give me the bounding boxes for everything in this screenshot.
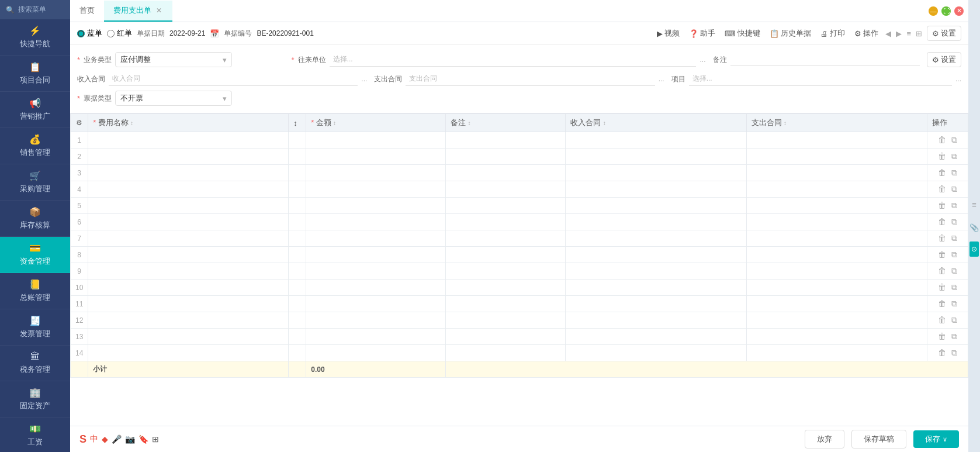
cell-amount-8[interactable] (306, 247, 446, 263)
copy-icon-7[interactable]: ⧉ (950, 233, 959, 243)
cell-income-contract-5[interactable] (566, 198, 746, 214)
save-button[interactable]: 保存 ∨ (913, 430, 959, 448)
copy-icon-9[interactable]: ⧉ (950, 266, 959, 275)
cell-expense-contract-2[interactable] (746, 149, 927, 165)
grid-icon[interactable]: ⊞ (152, 434, 159, 444)
sidebar-item-inventory[interactable]: 📦 库存核算 (0, 201, 70, 237)
business-type-select[interactable]: 应付调整 ▾ (115, 52, 232, 67)
mic-icon[interactable]: 🎤 (112, 434, 122, 444)
cell-expense-contract-6[interactable] (746, 214, 927, 230)
tab-expense[interactable]: 费用支出单 ✕ (104, 1, 172, 22)
cell-note-12[interactable] (446, 312, 566, 329)
delete-icon-6[interactable]: 🗑 (936, 217, 948, 226)
delete-icon-3[interactable]: 🗑 (936, 168, 948, 177)
cell-expense-name-7[interactable] (88, 230, 289, 247)
project-dots[interactable]: ... (955, 75, 961, 83)
toolbar-help[interactable]: ❓ 助手 (687, 27, 718, 40)
cell-amount-11[interactable] (306, 296, 446, 312)
copy-icon-6[interactable]: ⧉ (950, 217, 959, 226)
cell-expense-contract-4[interactable] (746, 181, 927, 198)
bookmark-icon[interactable]: 🔖 (138, 434, 148, 444)
delete-icon-8[interactable]: 🗑 (936, 250, 948, 259)
sidebar-item-payroll[interactable]: 💵 工资 (0, 418, 70, 452)
calendar-icon[interactable]: 📅 (210, 29, 219, 38)
sidebar-item-purchase[interactable]: 🛒 采购管理 (0, 164, 70, 201)
cell-note-3[interactable] (446, 165, 566, 181)
col-sort[interactable]: ↕ (289, 114, 306, 132)
sort-icon-1[interactable]: ↕ (130, 120, 133, 126)
cell-expense-contract-10[interactable] (746, 280, 927, 296)
delete-icon-7[interactable]: 🗑 (936, 233, 948, 243)
cell-expense-contract-3[interactable] (746, 165, 927, 181)
counterparty-dots[interactable]: ... (699, 56, 705, 64)
sidebar-item-sales[interactable]: 💰 销售管理 (0, 128, 70, 164)
cell-expense-name-12[interactable] (88, 312, 289, 329)
cell-amount-7[interactable] (306, 230, 446, 247)
cell-income-contract-12[interactable] (566, 312, 746, 329)
copy-icon-14[interactable]: ⧉ (950, 348, 959, 357)
cell-amount-2[interactable] (306, 149, 446, 165)
sidebar-item-project-contract[interactable]: 📋 项目合同 (0, 56, 70, 92)
sort-icon-3[interactable]: ↕ (468, 120, 470, 126)
save-draft-button[interactable]: 保存草稿 (851, 430, 906, 448)
cell-note-5[interactable] (446, 198, 566, 214)
expense-contract-input[interactable]: 支出合同 (406, 72, 655, 86)
expense-contract-dots[interactable]: ... (659, 75, 664, 83)
cell-income-contract-7[interactable] (566, 230, 746, 247)
cell-note-10[interactable] (446, 280, 566, 296)
cell-expense-contract-13[interactable] (746, 329, 927, 345)
cell-note-9[interactable] (446, 263, 566, 280)
s-icon[interactable]: S (79, 433, 86, 446)
sidebar-item-ledger[interactable]: 📒 总账管理 (0, 273, 70, 309)
minimize-button[interactable]: — (929, 6, 938, 16)
cell-expense-name-4[interactable] (88, 181, 289, 198)
copy-icon-13[interactable]: ⧉ (950, 332, 959, 341)
cell-expense-contract-9[interactable] (746, 263, 927, 280)
cell-expense-name-3[interactable] (88, 165, 289, 181)
cell-income-contract-3[interactable] (566, 165, 746, 181)
copy-icon-10[interactable]: ⧉ (950, 282, 959, 292)
sidebar-item-marketing[interactable]: 📢 营销推广 (0, 92, 70, 128)
copy-icon-4[interactable]: ⧉ (950, 184, 959, 194)
cell-note-11[interactable] (446, 296, 566, 312)
copy-icon-5[interactable]: ⧉ (950, 201, 959, 210)
cell-income-contract-4[interactable] (566, 181, 746, 198)
delete-icon-11[interactable]: 🗑 (936, 299, 948, 308)
right-panel-accent[interactable]: ⊙ (969, 241, 979, 257)
cell-note-1[interactable] (446, 132, 566, 149)
delete-icon-10[interactable]: 🗑 (936, 282, 948, 292)
cell-amount-1[interactable] (306, 132, 446, 149)
cell-income-contract-11[interactable] (566, 296, 746, 312)
view-grid-icon[interactable]: ⊞ (916, 29, 922, 38)
right-panel-icon-1[interactable]: ≡ (971, 196, 978, 214)
sidebar-item-invoice[interactable]: 🧾 发票管理 (0, 309, 70, 346)
cell-amount-4[interactable] (306, 181, 446, 198)
delete-icon-4[interactable]: 🗑 (936, 184, 948, 194)
toolbar-print[interactable]: 🖨 打印 (818, 27, 847, 40)
tab-expense-close[interactable]: ✕ (155, 6, 163, 15)
copy-icon-11[interactable]: ⧉ (950, 299, 959, 308)
cell-expense-contract-5[interactable] (746, 198, 927, 214)
cell-note-2[interactable] (446, 149, 566, 165)
project-input[interactable]: 选择... (689, 72, 952, 86)
cell-amount-10[interactable] (306, 280, 446, 296)
number-value[interactable]: BE-20220921-001 (257, 29, 313, 37)
copy-icon-12[interactable]: ⧉ (950, 315, 959, 325)
cell-expense-name-10[interactable] (88, 280, 289, 296)
cell-expense-contract-1[interactable] (746, 132, 927, 149)
copy-icon-1[interactable]: ⧉ (950, 135, 959, 144)
maximize-button[interactable]: ⛶ (941, 6, 951, 16)
cell-expense-contract-14[interactable] (746, 345, 927, 361)
delete-icon-14[interactable]: 🗑 (936, 348, 948, 357)
sort-icon-4[interactable]: ↕ (603, 120, 606, 126)
delete-icon-5[interactable]: 🗑 (936, 201, 948, 210)
cell-income-contract-10[interactable] (566, 280, 746, 296)
copy-icon-8[interactable]: ⧉ (950, 250, 959, 259)
cell-expense-name-13[interactable] (88, 329, 289, 345)
toolbar-shortcut[interactable]: ⌨ 快捷键 (722, 27, 763, 40)
toolbar-history[interactable]: 📋 历史单据 (767, 27, 813, 40)
cell-income-contract-9[interactable] (566, 263, 746, 280)
diamond-icon[interactable]: ◆ (102, 434, 108, 444)
cell-amount-5[interactable] (306, 198, 446, 214)
radio-red[interactable]: 红单 (107, 28, 132, 39)
